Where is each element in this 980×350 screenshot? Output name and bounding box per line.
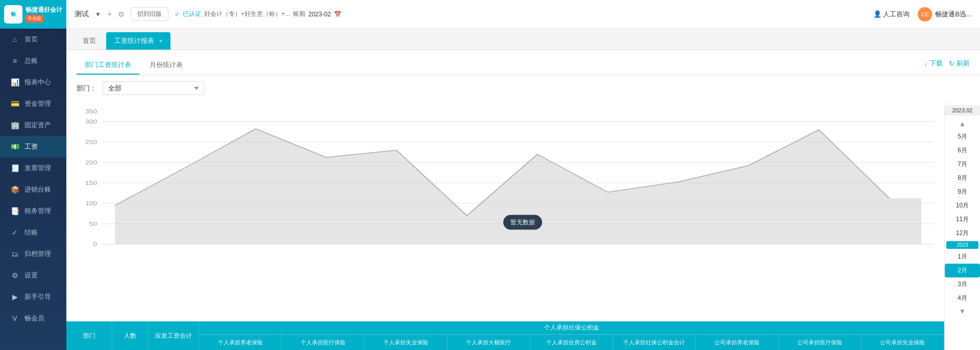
topbar-right: 👤 人工咨询 CE 畅捷通B迅... — [873, 7, 972, 21]
company-name: 测试 — [75, 10, 89, 19]
assets-icon: 🏢 — [10, 121, 19, 129]
chart-area: 0 50 100 150 200 250 300 350 — [66, 101, 944, 321]
th-personal-large-medical: 个人承担大额医疗 — [448, 335, 530, 350]
download-btn[interactable]: ↓ 下载 — [924, 59, 943, 68]
chart-tooltip: 暂无数据 — [503, 215, 542, 230]
sidebar-item-label: 进销台账 — [24, 185, 51, 194]
sidebar-item-label: 畅会员 — [24, 314, 44, 323]
date-item-nov[interactable]: 11月 — [945, 213, 980, 226]
sidebar-item-member[interactable]: V 畅会员 — [0, 308, 66, 329]
app-logo: 畅 畅捷通好会计 专业版 — [0, 0, 66, 29]
date-item-jun[interactable]: 6月 — [945, 144, 980, 157]
th-personal-total: 个人承担社保公积金合计 — [613, 335, 696, 350]
svg-text:350: 350 — [85, 108, 97, 114]
content-body: 0 50 100 150 200 250 300 350 — [66, 101, 980, 350]
tab-home[interactable]: 首页 — [75, 32, 104, 50]
logo-badge: 专业版 — [26, 15, 43, 22]
date-item-jul[interactable]: 7月 — [945, 157, 980, 171]
sidebar-item-invoice[interactable]: 🧾 发票管理 — [0, 157, 66, 179]
period-value: 2023-02 — [308, 11, 331, 18]
date-item-apr[interactable]: 4月 — [945, 291, 980, 305]
sidebar-item-settlement[interactable]: ✓ 结账 — [0, 222, 66, 243]
funds-icon: 💳 — [10, 100, 19, 108]
topbar-plus[interactable]: + — [107, 10, 112, 19]
th-group-label: 个人承担社保公积金 — [199, 321, 944, 335]
guide-icon: ▶ — [10, 293, 19, 301]
ledger-icon: ≡ — [10, 57, 19, 65]
tab-payroll-report[interactable]: 工资统计报表 × — [106, 32, 170, 50]
th-dept: 部门 — [66, 321, 112, 350]
refresh-btn[interactable]: ↻ 刷新 — [949, 59, 970, 68]
sidebar-item-payroll[interactable]: 💵 工资 — [0, 136, 66, 157]
user-name: 畅捷通B迅... — [935, 10, 972, 19]
date-item-dec[interactable]: 12月 — [945, 226, 980, 240]
svg-text:250: 250 — [85, 139, 97, 145]
ai-consult-btn[interactable]: 👤 人工咨询 — [873, 10, 910, 19]
th-count: 人数 — [112, 321, 148, 350]
date-nav-up[interactable]: ▲ — [957, 118, 968, 130]
svg-text:200: 200 — [85, 159, 97, 166]
date-item-mar[interactable]: 3月 — [945, 277, 980, 291]
subtab-bar: 部门工资统计表 月份统计表 ↓ 下载 ↻ 刷新 — [66, 50, 980, 75]
sidebar-item-reports[interactable]: 📊 报表中心 — [0, 72, 66, 93]
subtab-month[interactable]: 月份统计表 — [141, 56, 191, 75]
th-group-cells: 个人承担养老保险 个人承担医疗保险 个人承担失业保险 个人承担大额医疗 个人承担… — [199, 335, 944, 350]
logo-text-block: 畅捷通好会计 专业版 — [26, 6, 62, 23]
subtab-dept[interactable]: 部门工资统计表 — [77, 56, 139, 75]
sidebar-item-label: 结账 — [24, 228, 38, 237]
sidebar-item-label: 总账 — [24, 56, 38, 65]
company-dropdown[interactable]: ▼ — [95, 11, 101, 18]
period-label: 账期 — [293, 10, 305, 18]
sidebar: 畅 畅捷通好会计 专业版 ⌂ 首页 ≡ 总账 📊 报表中心 💳 资金管理 🏢 固… — [0, 0, 66, 350]
sidebar-item-sales[interactable]: 📦 进销台账 — [0, 179, 66, 200]
filter-bar: 部门： 全部 财务部 销售部 技术部 — [66, 75, 980, 101]
sidebar-item-label: 报表中心 — [24, 78, 51, 87]
date-item-may[interactable]: 5月 — [945, 130, 980, 144]
date-nav-down[interactable]: ▼ — [957, 305, 968, 317]
svg-text:300: 300 — [85, 119, 97, 125]
sidebar-item-label: 固定资产 — [24, 121, 51, 130]
switch-to-old-btn[interactable]: 切到旧版 — [131, 7, 168, 21]
user-menu[interactable]: CE 畅捷通B迅... — [918, 7, 972, 21]
sidebar-item-assets[interactable]: 🏢 固定资产 — [0, 114, 66, 136]
area-chart: 0 50 100 150 200 250 300 350 — [77, 101, 934, 265]
sidebar-item-settings[interactable]: ⚙ 设置 — [0, 265, 66, 286]
table-header: 部门 人数 应发工资合计 个人承担社保公积金 个人承担养老保险 个人承担医疗保险… — [66, 321, 944, 350]
sidebar-item-ledger[interactable]: ≡ 总账 — [0, 50, 66, 72]
calendar-icon[interactable]: 📅 — [334, 11, 341, 18]
sidebar-item-tax[interactable]: 📑 税务管理 — [0, 200, 66, 222]
refresh-icon: ↻ — [949, 60, 954, 67]
year-badge: 2023 — [946, 241, 978, 249]
user-avatar: CE — [918, 7, 932, 21]
tab-bar: 首页 工资统计报表 × — [66, 29, 980, 50]
tab-close-btn[interactable]: × — [159, 38, 162, 44]
subtab-actions: ↓ 下载 ↻ 刷新 — [924, 59, 970, 72]
sidebar-item-label: 归档管理 — [24, 249, 51, 259]
th-total-salary: 应发工资合计 — [148, 321, 199, 350]
date-item-oct[interactable]: 10月 — [945, 199, 980, 213]
svg-text:100: 100 — [85, 200, 97, 206]
date-item-sep[interactable]: 9月 — [945, 185, 980, 199]
date-item-feb[interactable]: 2月 — [945, 264, 980, 277]
th-personal-insurance-group: 个人承担社保公积金 个人承担养老保险 个人承担医疗保险 个人承担失业保险 个人承… — [199, 321, 944, 350]
content-area: 部门工资统计表 月份统计表 ↓ 下载 ↻ 刷新 部门： 全部 财务部 — [66, 50, 980, 350]
th-personal-medical: 个人承担医疗保险 — [282, 335, 364, 350]
sidebar-item-guide[interactable]: ▶ 新手引导 — [0, 286, 66, 308]
sidebar-item-funds[interactable]: 💳 资金管理 — [0, 93, 66, 114]
sidebar-item-home[interactable]: ⌂ 首页 — [0, 29, 66, 50]
sidebar-item-archive[interactable]: 🗂 归档管理 — [0, 243, 66, 265]
topbar-settings[interactable]: ⚙ — [118, 10, 125, 18]
sidebar-item-label: 首页 — [24, 35, 38, 44]
logo-title: 畅捷通好会计 — [26, 6, 62, 14]
svg-text:150: 150 — [85, 180, 97, 186]
date-item-jan[interactable]: 1月 — [945, 250, 980, 264]
th-personal-pension: 个人承担养老保险 — [199, 335, 282, 350]
dept-filter-select[interactable]: 全部 财务部 销售部 技术部 — [103, 81, 205, 95]
sidebar-item-label: 工资 — [24, 142, 38, 151]
settings-icon: ⚙ — [10, 271, 19, 279]
sidebar-item-label: 新手引导 — [24, 292, 51, 301]
th-company-medical: 公司承担医疗保险 — [779, 335, 862, 350]
invoice-icon: 🧾 — [10, 164, 19, 172]
svg-text:50: 50 — [89, 221, 97, 227]
date-item-aug[interactable]: 8月 — [945, 171, 980, 185]
